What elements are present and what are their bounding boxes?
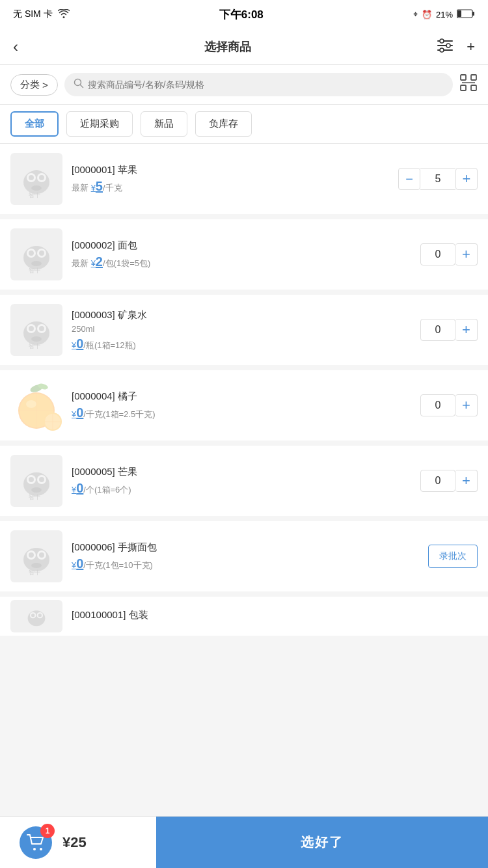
product-quantity: + xyxy=(420,243,478,265)
back-button[interactable]: ‹ xyxy=(13,38,18,56)
wifi-icon xyxy=(58,9,70,20)
product-info: [0000002] 面包 最新 ¥2/包(1袋=5包) xyxy=(72,239,411,269)
increase-button[interactable]: + xyxy=(455,394,478,416)
tab-negative-stock[interactable]: 负库存 xyxy=(195,111,252,137)
svg-point-8 xyxy=(440,48,444,52)
quantity-input[interactable] xyxy=(420,168,455,190)
product-name: [0000005] 芒果 xyxy=(72,466,411,478)
scan-icon[interactable] xyxy=(459,74,478,96)
product-thumbnail xyxy=(10,379,62,431)
status-left: 无 SIM 卡 xyxy=(13,8,70,20)
product-thumbnail: 智十 xyxy=(10,153,62,205)
product-price: ¥0/千克(1包=10千克) xyxy=(72,556,419,571)
product-price: ¥0/千克(1箱=2.5千克) xyxy=(72,405,411,420)
product-info: [0000006] 手撕面包 ¥0/千克(1包=10千克) xyxy=(72,541,419,571)
product-item: 智十 [0000003] 矿泉水 250ml ¥0/瓶(1箱=12瓶) + xyxy=(0,295,488,370)
product-name: [0000001] 苹果 xyxy=(72,164,389,176)
product-item: 智十 [0000005] 芒果 ¥0/个(1箱=6个) + xyxy=(0,446,488,521)
add-button[interactable]: + xyxy=(467,38,475,55)
svg-point-63 xyxy=(28,610,46,626)
product-quantity: − + xyxy=(398,168,478,190)
product-spec: 250ml xyxy=(72,324,411,334)
svg-point-42 xyxy=(26,400,36,408)
page-title: 选择商品 xyxy=(204,39,251,55)
svg-point-28 xyxy=(31,261,42,266)
svg-point-26 xyxy=(29,251,34,256)
product-info: [0000005] 芒果 ¥0/个(1箱=6个) xyxy=(72,466,411,496)
product-info: [000100001] 包装 xyxy=(72,609,478,624)
increase-button[interactable]: + xyxy=(455,243,478,265)
product-item: [0000004] 橘子 ¥0/千克(1箱=2.5千克) + xyxy=(0,370,488,446)
search-input[interactable] xyxy=(88,79,444,90)
svg-rect-15 xyxy=(471,85,476,90)
svg-point-21 xyxy=(31,185,42,191)
increase-button[interactable]: + xyxy=(455,168,478,190)
svg-point-34 xyxy=(39,326,44,331)
product-item: 智十 [0000001] 苹果 最新 ¥5/千克 − + xyxy=(0,144,488,219)
svg-point-60 xyxy=(39,552,44,558)
quantity-input[interactable] xyxy=(420,243,455,265)
quantity-input[interactable] xyxy=(420,319,455,341)
tab-all[interactable]: 全部 xyxy=(10,111,59,137)
svg-point-33 xyxy=(29,326,34,331)
product-name: [0000002] 面包 xyxy=(72,239,411,252)
product-thumbnail: 智十 xyxy=(10,304,62,356)
chevron-right-icon: > xyxy=(42,79,48,90)
cart-badge: 1 xyxy=(40,824,55,838)
decrease-button[interactable]: − xyxy=(398,168,420,190)
increase-button[interactable]: + xyxy=(455,470,478,492)
product-quantity: + xyxy=(420,470,478,492)
battery-icon xyxy=(457,9,475,20)
battery-percent: 21% xyxy=(436,10,453,20)
svg-rect-2 xyxy=(472,12,474,16)
svg-rect-12 xyxy=(471,75,476,80)
search-box xyxy=(64,73,453,96)
svg-point-66 xyxy=(31,614,34,617)
alarm-icon: ⏰ xyxy=(422,10,432,20)
confirm-button[interactable]: 选好了 xyxy=(156,817,488,869)
svg-point-27 xyxy=(39,251,44,256)
svg-point-52 xyxy=(29,477,34,482)
svg-point-69 xyxy=(40,848,42,850)
product-price: ¥0/瓶(1箱=12瓶) xyxy=(72,336,411,351)
quantity-input[interactable] xyxy=(420,394,455,416)
product-thumbnail: 智十 xyxy=(10,228,62,280)
quantity-input[interactable] xyxy=(420,470,455,492)
svg-point-61 xyxy=(31,563,42,568)
product-price: ¥0/个(1箱=6个) xyxy=(72,481,411,496)
search-icon xyxy=(74,78,84,91)
svg-line-10 xyxy=(80,85,83,88)
svg-point-20 xyxy=(39,175,44,180)
category-button[interactable]: 分类 > xyxy=(10,74,58,96)
product-item: 智十 [0000006] 手撕面包 ¥0/千克(1包=10千克) 录批次 xyxy=(0,521,488,597)
cart-button[interactable]: 1 xyxy=(20,826,52,859)
product-quantity: 录批次 xyxy=(428,545,478,568)
product-price: 最新 ¥2/包(1袋=5包) xyxy=(72,254,411,269)
svg-text:智十: 智十 xyxy=(29,192,40,198)
status-right: ⌖ ⏰ 21% xyxy=(413,9,475,20)
tab-recent[interactable]: 近期采购 xyxy=(66,111,133,137)
cart-total: ¥25 xyxy=(62,834,87,851)
batch-button[interactable]: 录批次 xyxy=(428,545,478,568)
svg-point-35 xyxy=(31,336,42,342)
tab-new[interactable]: 新品 xyxy=(141,111,187,137)
product-thumbnail xyxy=(10,600,62,632)
svg-point-7 xyxy=(446,44,450,47)
svg-point-68 xyxy=(33,848,36,850)
svg-point-54 xyxy=(31,487,42,493)
nav-bar: ‹ 选择商品 + xyxy=(0,29,488,65)
filter-icon[interactable] xyxy=(437,38,454,55)
location-icon: ⌖ xyxy=(413,9,418,20)
tab-bar: 全部 近期采购 新品 负库存 xyxy=(0,105,488,144)
svg-rect-11 xyxy=(461,75,466,80)
svg-text:智十: 智十 xyxy=(29,569,40,576)
product-list: 智十 [0000001] 苹果 最新 ¥5/千克 − + 智十 xyxy=(0,144,488,636)
increase-button[interactable]: + xyxy=(455,319,478,341)
product-name: [0000006] 手撕面包 xyxy=(72,541,419,554)
product-item: 智十 [0000002] 面包 最新 ¥2/包(1袋=5包) + xyxy=(0,219,488,295)
status-time: 下午6:08 xyxy=(219,7,264,22)
product-price: 最新 ¥5/千克 xyxy=(72,179,389,194)
product-info: [0000004] 橘子 ¥0/千克(1箱=2.5千克) xyxy=(72,390,411,420)
svg-point-67 xyxy=(38,614,42,617)
bottom-bar: 1 ¥25 选好了 xyxy=(0,816,488,868)
